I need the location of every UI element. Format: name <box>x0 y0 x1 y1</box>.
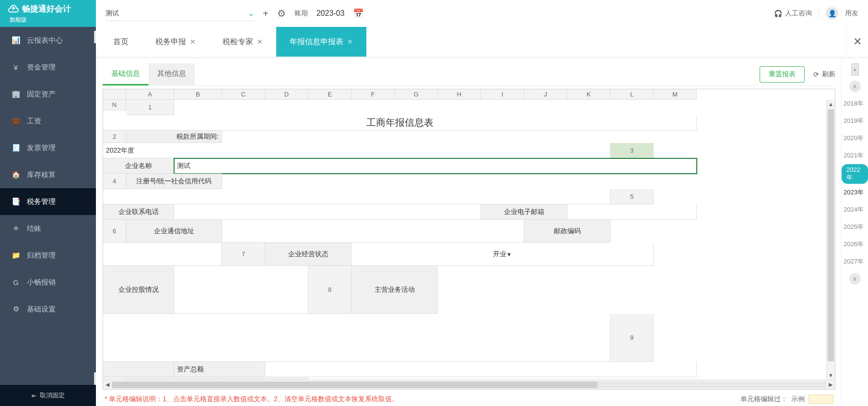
divider <box>819 8 819 19</box>
menu-icon: ⚙ <box>12 305 20 313</box>
col-header: C <box>222 89 265 100</box>
input-cell[interactable] <box>174 204 481 220</box>
sidebar-item[interactable]: 💼工资 <box>0 107 96 134</box>
page-tab[interactable]: 年报信息申报表✕ <box>276 27 366 57</box>
year-option[interactable]: 2027年 <box>842 253 868 270</box>
col-header: M <box>654 89 697 100</box>
col-header: N <box>103 100 126 110</box>
legend-example: 示例 <box>791 395 805 404</box>
year-option[interactable]: 2020年 <box>842 130 868 147</box>
col-header: K <box>567 89 610 100</box>
page-tab[interactable]: 税务申报✕ <box>142 27 209 57</box>
label-cell <box>103 362 174 377</box>
period-label: 账期 <box>294 9 308 18</box>
sidebar-item-label: 小畅报销 <box>27 278 56 287</box>
input-cell[interactable] <box>265 362 697 377</box>
row-header: 4 <box>103 174 126 189</box>
year-scroll-up[interactable]: ∧ <box>849 81 861 92</box>
legend-swatch <box>809 394 833 404</box>
label-cell: 邮政编码 <box>524 220 610 243</box>
row-header: 8 <box>308 266 352 314</box>
input-cell[interactable] <box>174 266 308 314</box>
input-cell[interactable] <box>103 189 610 204</box>
sidebar-item[interactable]: 🧾发票管理 <box>0 134 96 161</box>
sheet-corner <box>103 89 126 100</box>
sidebar-item[interactable]: 🏢固定资产 <box>0 81 96 107</box>
spreadsheet: ABCDEFGHIJKLMN1工商年报信息表2税款所属期间:2022年度3企业名… <box>103 89 835 390</box>
vertical-scrollbar[interactable]: ▲ ▼ <box>826 100 835 380</box>
sidebar-item[interactable]: 📁归档管理 <box>0 242 96 269</box>
row-header: 6 <box>103 220 126 243</box>
row-header: 5 <box>610 189 654 204</box>
page-tab[interactable]: 首页 <box>100 27 142 57</box>
tab-label: 年报信息申报表 <box>290 37 343 47</box>
sidebar-item-label: 库存核算 <box>27 170 56 179</box>
edit-instructions: * 单元格编辑说明：1、点击单元格直接录入数值或文本。2、清空单元格数值或文本恢… <box>105 395 399 404</box>
brand-icon <box>8 3 19 15</box>
account-selector[interactable]: 测试 ⌄ <box>106 6 254 21</box>
horizontal-scrollbar[interactable]: ◀ ▶ <box>103 380 835 389</box>
page-tab[interactable]: 税检专家✕ <box>209 27 276 57</box>
tab-label: 税务申报 <box>155 37 186 47</box>
year-option[interactable]: 2022年 <box>842 164 868 184</box>
calendar-icon[interactable]: 📅 <box>353 8 364 19</box>
year-scroll-down[interactable]: ∨ <box>849 273 861 285</box>
menu-icon: 📁 <box>12 251 20 260</box>
subtab-other-info[interactable]: 其他信息 <box>149 63 195 85</box>
close-icon[interactable]: ✕ <box>347 38 353 46</box>
company-name-cell[interactable]: 测试 <box>174 158 697 174</box>
edition-text: 旗舰版 <box>8 16 96 24</box>
sidebar-unpin-button[interactable]: ⇤ 取消固定 <box>0 385 96 406</box>
row-header: 1 <box>126 100 174 115</box>
menu-icon: ¥ <box>12 63 20 72</box>
input-cell[interactable] <box>103 314 610 362</box>
subtab-basic-info[interactable]: 基础信息 <box>103 63 149 85</box>
col-header: B <box>174 89 222 100</box>
add-account-button[interactable]: + <box>263 8 269 19</box>
sidebar-item-label: 基础设置 <box>27 305 56 314</box>
sidebar-item[interactable]: ¥资金管理 <box>0 54 96 81</box>
sidebar-item[interactable]: G小畅报销 <box>0 269 96 296</box>
year-option[interactable]: 2024年 <box>842 201 868 218</box>
row-header: 2 <box>103 131 126 143</box>
chevron-down-icon: ⌄ <box>248 9 254 18</box>
year-option[interactable]: 2025年 <box>842 218 868 236</box>
year-option[interactable]: 2021年 <box>842 147 868 164</box>
sidebar-item-label: 云报表中心 <box>27 36 63 45</box>
col-header: F <box>352 89 395 100</box>
year-option[interactable]: 2026年 <box>842 236 868 253</box>
period-label-cell: 税款所属期间: <box>126 131 222 143</box>
refresh-button[interactable]: ⟳ 刷新 <box>813 70 835 79</box>
input-cell[interactable] <box>567 204 697 220</box>
settings-icon[interactable]: ⚙ <box>277 8 286 19</box>
year-rail-collapse[interactable]: « <box>851 63 859 76</box>
reset-report-button[interactable]: 重置报表 <box>760 66 805 83</box>
input-cell[interactable] <box>103 243 222 266</box>
user-avatar[interactable]: 👤 <box>826 7 838 20</box>
close-icon[interactable]: ✕ <box>257 38 263 46</box>
status-dropdown[interactable]: 开业 <box>352 243 654 266</box>
menu-icon: 🏠 <box>12 170 20 179</box>
period-value-cell: 2022年度 <box>103 143 610 158</box>
page-tabs: 首页税务申报✕税检专家✕年报信息申报表✕ ✕ <box>96 27 868 57</box>
sidebar: ▲ 📊云报表中心¥资金管理🏢固定资产💼工资🧾发票管理🏠库存核算📑税务管理✳结账📁… <box>0 27 96 406</box>
sidebar-item-label: 发票管理 <box>27 143 56 153</box>
close-icon[interactable]: ✕ <box>190 38 196 46</box>
year-option[interactable]: 2019年 <box>842 112 868 130</box>
sidebar-item[interactable]: ✳结账 <box>0 215 96 242</box>
customer-service-button[interactable]: 🎧 人工咨询 <box>774 9 812 18</box>
year-option[interactable]: 2023年 <box>842 184 868 201</box>
sidebar-item-label: 结账 <box>27 224 41 233</box>
sidebar-item[interactable]: 📑税务管理 <box>0 188 96 215</box>
sidebar-item[interactable]: 📊云报表中心 <box>0 27 96 54</box>
year-option[interactable]: 2018年 <box>842 95 868 112</box>
sidebar-item[interactable]: 🏠库存核算 <box>0 161 96 188</box>
sidebar-item[interactable]: ⚙基础设置 <box>0 296 96 322</box>
period-value: 2023-03 <box>317 9 345 18</box>
label-cell: 企业经营状态 <box>265 243 352 266</box>
sidebar-item-label: 归档管理 <box>27 251 56 260</box>
close-all-tabs-button[interactable]: ✕ <box>846 27 868 57</box>
input-cell[interactable] <box>222 220 524 243</box>
col-header: L <box>610 89 654 100</box>
label-cell: 企业联系电话 <box>103 204 174 220</box>
